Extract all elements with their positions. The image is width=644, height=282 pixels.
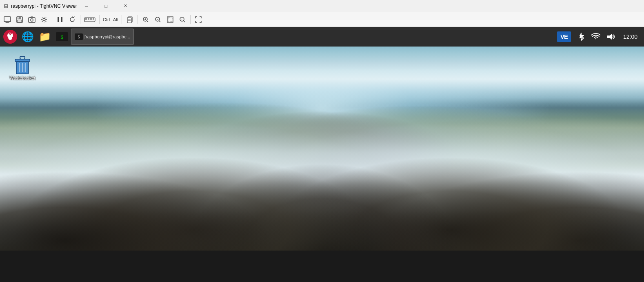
trash-graphic xyxy=(14,56,31,74)
ctrl-label: Ctrl xyxy=(102,17,111,22)
svg-rect-25 xyxy=(90,18,92,20)
ve-box: VE xyxy=(557,31,571,42)
terminal-launch-btn[interactable]: $ xyxy=(54,29,70,45)
svg-rect-0 xyxy=(4,17,11,22)
globe-icon: 🌐 xyxy=(22,31,34,42)
svg-line-17 xyxy=(46,21,46,21)
refresh-btn[interactable] xyxy=(67,14,78,25)
wastebasket-icon[interactable]: Wastebasket xyxy=(8,55,37,82)
ve-indicator[interactable]: VE xyxy=(555,30,573,44)
wastebasket-label: Wastebasket xyxy=(9,75,35,81)
globe-btn[interactable]: 🌐 xyxy=(20,29,36,45)
zoom-fit-btn[interactable] xyxy=(164,14,176,25)
svg-point-11 xyxy=(43,18,45,21)
zoom-actual-btn[interactable]: 1 xyxy=(177,14,188,25)
window-controls: ─ □ ✕ xyxy=(77,0,135,12)
terminal-icon: $ xyxy=(56,32,68,41)
svg-rect-8 xyxy=(29,18,35,22)
svg-line-19 xyxy=(42,21,42,21)
volume-icon xyxy=(607,33,616,40)
terminal-task-btn[interactable]: $ [raspberrypi@raspbe... xyxy=(71,29,134,45)
svg-line-47 xyxy=(10,33,11,33)
svg-point-44 xyxy=(7,34,10,37)
zoom-out-btn[interactable] xyxy=(152,14,164,25)
folder-icon: 📁 xyxy=(39,31,51,42)
taskbar: 🌐 📁 $ $ [raspberrypi@raspbe... VE xyxy=(0,27,644,47)
pause-btn[interactable] xyxy=(54,14,66,25)
svg-line-49 xyxy=(12,33,13,34)
svg-rect-51 xyxy=(20,56,25,59)
desktop: Wastebasket xyxy=(0,47,644,251)
clock-time: 12:00 xyxy=(623,33,637,40)
screenshot-btn[interactable] xyxy=(26,14,38,25)
minimize-button[interactable]: ─ xyxy=(77,0,96,12)
keys-btn[interactable] xyxy=(82,14,97,25)
window-icon: 🖥 xyxy=(3,3,9,9)
separator-5 xyxy=(138,15,138,24)
svg-marker-50 xyxy=(607,34,612,40)
close-button[interactable]: ✕ xyxy=(116,0,135,12)
svg-rect-23 xyxy=(85,18,87,20)
svg-point-45 xyxy=(11,34,13,37)
separator-4 xyxy=(122,15,122,24)
bluetooth-btn[interactable] xyxy=(575,31,587,43)
svg-rect-21 xyxy=(61,17,62,22)
svg-rect-26 xyxy=(93,18,94,20)
svg-line-18 xyxy=(46,17,46,18)
wifi-btn[interactable] xyxy=(589,31,603,42)
svg-line-16 xyxy=(42,17,42,18)
svg-rect-39 xyxy=(168,18,172,22)
alt-label: Alt xyxy=(112,17,120,22)
toolbar: Ctrl Alt 1 xyxy=(0,12,644,27)
send-btn[interactable] xyxy=(124,14,135,25)
volume-btn[interactable] xyxy=(604,31,618,42)
svg-line-37 xyxy=(159,21,160,22)
svg-line-48 xyxy=(8,33,9,34)
maximize-button[interactable]: □ xyxy=(97,0,115,12)
separator-6 xyxy=(190,15,191,24)
svg-rect-7 xyxy=(18,20,22,22)
ve-text: VE xyxy=(560,33,568,40)
wallpaper-foreground xyxy=(0,47,644,251)
bluetooth-icon xyxy=(577,32,585,41)
svg-point-9 xyxy=(31,19,33,21)
svg-rect-52 xyxy=(15,59,30,62)
zoom-in-btn[interactable] xyxy=(140,14,151,25)
files-btn[interactable]: 📁 xyxy=(37,29,53,45)
rpi-menu-btn[interactable] xyxy=(2,29,19,45)
options-btn[interactable] xyxy=(38,14,50,25)
fullscreen-btn[interactable] xyxy=(193,14,204,25)
svg-text:1: 1 xyxy=(181,18,183,21)
svg-line-41 xyxy=(184,21,185,22)
svg-rect-6 xyxy=(18,17,19,18)
separator-2 xyxy=(80,15,80,24)
separator-3 xyxy=(99,15,100,24)
svg-line-34 xyxy=(147,21,148,22)
system-tray: VE 12:00 xyxy=(555,30,642,44)
terminal-task-icon: $ xyxy=(75,33,83,40)
svg-rect-24 xyxy=(88,18,89,20)
separator-1 xyxy=(52,15,52,24)
clock[interactable]: 12:00 xyxy=(620,33,641,40)
window-title: raspberrypi - TightVNC Viewer xyxy=(11,3,77,9)
wifi-icon xyxy=(591,33,600,40)
svg-rect-20 xyxy=(58,17,59,22)
rpi-logo xyxy=(3,30,17,44)
terminal-task-label: [raspberrypi@raspbe... xyxy=(84,34,130,39)
new-connection-btn[interactable] xyxy=(2,14,13,25)
save-btn[interactable] xyxy=(14,14,25,25)
title-bar: 🖥 raspberrypi - TightVNC Viewer ─ □ ✕ xyxy=(0,0,644,12)
